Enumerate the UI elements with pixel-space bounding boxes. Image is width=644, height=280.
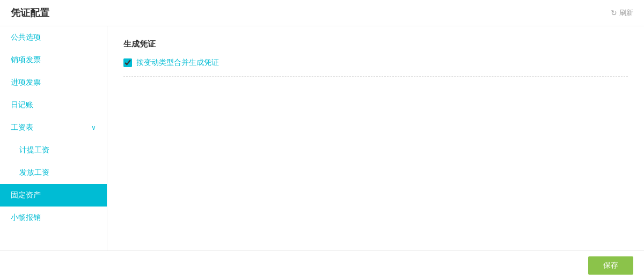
sidebar-item-purchase-invoice[interactable]: 进项发票: [0, 71, 107, 94]
refresh-button[interactable]: ↻ 刷新: [611, 8, 633, 18]
checkbox-row: 按变动类型合并生成凭证: [123, 58, 628, 68]
sidebar-label-distribute-payroll: 发放工资: [19, 168, 49, 178]
sidebar-label-accrual-payroll: 计提工资: [19, 145, 49, 155]
sidebar-item-payroll-table[interactable]: 工资表 ∨: [0, 116, 107, 139]
refresh-label: 刷新: [619, 8, 633, 18]
header: 凭证配置 ↻ 刷新: [0, 0, 644, 26]
refresh-icon: ↻: [611, 9, 617, 17]
sidebar-label-purchase-invoice: 进项发票: [11, 78, 41, 87]
page-container: 凭证配置 ↻ 刷新 公共选项 销项发票 进项发票 日记账 工资表 ∨: [0, 0, 644, 280]
sidebar-label-fixed-assets: 固定资产: [11, 190, 41, 200]
sidebar-item-expense-report[interactable]: 小畅报销: [0, 207, 107, 229]
save-button[interactable]: 保存: [588, 256, 633, 275]
sidebar-label-payroll-table: 工资表: [11, 123, 33, 132]
page-title: 凭证配置: [11, 6, 49, 19]
merge-type-checkbox[interactable]: [123, 58, 132, 67]
sidebar-item-public-options[interactable]: 公共选项: [0, 26, 107, 49]
section-divider: [123, 76, 628, 77]
sidebar-item-accrual-payroll[interactable]: 计提工资: [0, 139, 107, 161]
footer: 保存: [0, 250, 644, 280]
sidebar-item-journal[interactable]: 日记账: [0, 94, 107, 116]
main-layout: 公共选项 销项发票 进项发票 日记账 工资表 ∨ 计提工资 发放工资: [0, 26, 644, 250]
section-title: 生成凭证: [123, 39, 628, 49]
sidebar-label-journal: 日记账: [11, 100, 33, 110]
sidebar-label-sales-invoice: 销项发票: [11, 55, 41, 65]
sidebar-label-expense-report: 小畅报销: [11, 213, 41, 223]
sidebar-item-sales-invoice[interactable]: 销项发票: [0, 49, 107, 71]
content-area: 生成凭证 按变动类型合并生成凭证: [107, 26, 644, 250]
sidebar-item-fixed-assets[interactable]: 固定资产: [0, 184, 107, 207]
merge-type-label[interactable]: 按变动类型合并生成凭证: [136, 58, 219, 68]
sidebar-label-public-options: 公共选项: [11, 33, 41, 42]
sidebar-item-distribute-payroll[interactable]: 发放工资: [0, 161, 107, 184]
chevron-down-icon: ∨: [91, 124, 96, 131]
sidebar: 公共选项 销项发票 进项发票 日记账 工资表 ∨ 计提工资 发放工资: [0, 26, 107, 250]
